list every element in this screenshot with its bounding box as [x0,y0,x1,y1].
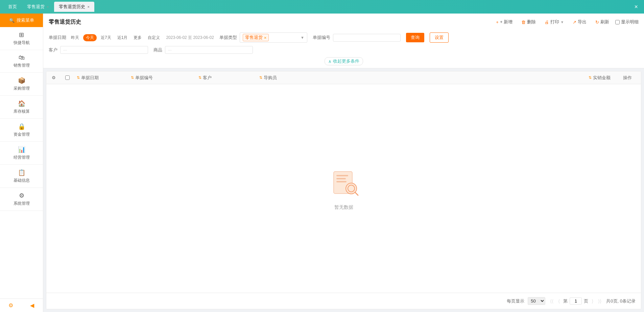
print-button[interactable]: 🖨 打印 ▼ [542,18,567,26]
empty-state-icon [327,166,361,200]
svg-line-6 [355,192,358,195]
page-header: 零售退货历史 + + 新增 🗑 删除 🖨 打印 ▼ [43,14,644,68]
goods-placeholder: ··· [168,47,172,52]
th-amount: ⇅ 实销金额 [570,72,614,84]
th-action: 操作 [614,72,641,84]
sidebar-item-finance-label: 资金管理 [14,132,30,137]
date-btn-1month[interactable]: 近1月 [115,34,130,41]
date-range-display: 2023-06-02 至 2023-06-02 [166,35,214,41]
inventory-icon: 🏠 [18,100,25,107]
filter-area: 单据日期 昨天 今天 近7天 近1月 更多 自定义 2023-06-02 至 2… [49,29,639,68]
refresh-icon: ↻ [595,20,599,25]
sidebar-item-finance[interactable]: 🔒 资金管理 [0,119,43,142]
date-btn-custom[interactable]: 自定义 [146,34,162,41]
finance-icon: 🔒 [18,123,25,130]
th-check[interactable] [61,73,73,83]
sidebar-item-operation-label: 经营管理 [14,155,30,160]
export-button[interactable]: ↗ 导出 [570,18,589,26]
th-guide-label: 导购员 [264,75,277,81]
page-nav: ⟨⟨ ⟨ 第 页 ⟩ ⟩⟩ [549,297,603,305]
settings-filter-button[interactable]: 设置 [430,32,449,43]
sidebar-search[interactable]: 🔍 搜索菜单 [0,14,43,27]
th-guide: ⇅ 导购员 [256,72,570,84]
sidebar-item-inventory[interactable]: 🏠 库存核算 [0,96,43,119]
date-btn-more[interactable]: 更多 [132,34,144,41]
tab-retail-return-history[interactable]: 零售退货历史 × [54,2,94,12]
th-amount-label: 实销金额 [593,75,611,81]
tab-retail-return-close[interactable]: × [47,5,49,9]
add-button[interactable]: + + 新增 [493,18,515,26]
tab-retail-return-label: 零售退货 [27,4,45,10]
sidebar-item-system-mgmt-label: 系统管理 [14,201,30,206]
customer-select[interactable]: ··· [60,46,148,54]
collapse-button[interactable]: ∧ 收起更多条件 [325,57,363,65]
sidebar-item-inventory-label: 库存核算 [14,109,30,114]
next-page-button[interactable]: ⟩ [590,298,595,305]
refresh-label: 刷新 [600,19,609,25]
window-close-button[interactable]: × [631,3,641,10]
refresh-button[interactable]: ↻ 刷新 [593,18,612,26]
svg-rect-2 [336,178,346,179]
page-title-row: 零售退货历史 + + 新增 🗑 删除 🖨 打印 ▼ [49,18,639,29]
date-btn-7days[interactable]: 近7天 [99,34,113,41]
page-number-input[interactable] [570,297,582,305]
sort-num-icon[interactable]: ⇅ [131,75,134,80]
sort-amount-icon[interactable]: ⇅ [589,75,592,80]
add-label: + 新增 [500,19,512,25]
goods-select[interactable]: ··· [165,46,253,54]
sidebar-item-operation[interactable]: 📊 经营管理 [0,142,43,165]
sidebar-item-system-mgmt[interactable]: ⚙ 系统管理 [0,188,43,211]
sidebar-item-basic-info-label: 基础信息 [14,178,30,183]
th-customer-label: 客户 [203,75,212,81]
date-btn-today[interactable]: 今天 [83,34,97,41]
filter-item-doc-type: 单据类型 零售退货 × ▼ [219,32,307,43]
display-detail-toggle[interactable]: 显示明细 [615,19,639,25]
doc-type-select[interactable]: 零售退货 × ▼ [240,32,307,43]
filter-row-2: 客户 ··· 商品 ··· [49,46,639,54]
sidebar-item-basic-info[interactable]: 📋 基础信息 [0,165,43,188]
export-label: 导出 [578,19,587,25]
select-all-checkbox[interactable] [65,75,70,80]
column-settings-icon[interactable]: ⚙ [52,75,56,80]
query-button[interactable]: 查询 [406,33,424,42]
collapse-label: 收起更多条件 [333,58,359,64]
tab-retail-return[interactable]: 零售退货 × [22,2,53,12]
th-date: ⇅ 单据日期 [73,72,127,84]
sidebar-collapse-button[interactable]: ◀ [22,299,43,312]
doc-num-input[interactable] [333,34,401,42]
current-page-label: 第 [563,298,568,304]
filter-item-doc-num: 单据编号 [313,34,401,42]
sort-customer-icon[interactable]: ⇅ [198,75,201,80]
doc-type-tag-remove[interactable]: × [264,35,267,40]
display-detail-checkbox[interactable] [615,20,620,24]
sidebar-item-sales-mgmt-label: 销售管理 [14,63,30,68]
table-header: ⚙ ⇅ 单据日期 ⇅ 单据编号 ⇅ 客户 ⇅ [46,71,641,84]
sidebar-item-purchase-mgmt-label: 采购管理 [14,86,30,91]
tab-retail-return-history-close[interactable]: × [87,5,89,9]
sort-guide-icon[interactable]: ⇅ [259,75,262,80]
prev-page-button[interactable]: ⟨ [557,298,561,305]
quick-nav-icon: ⊞ [19,31,24,39]
sidebar-item-sales-mgmt[interactable]: 🛍 销售管理 [0,50,43,73]
sidebar-settings-button[interactable]: ⚙ [0,299,22,312]
top-bar: 首页 零售退货 × 零售退货历史 × × [0,0,644,14]
th-date-label: 单据日期 [81,75,99,81]
customer-placeholder: ··· [63,47,67,52]
sidebar-item-purchase-mgmt[interactable]: 📦 采购管理 [0,73,43,96]
date-filter-label: 单据日期 [49,35,66,41]
pagination-bar: 每页显示 50 10 20 100 ⟨⟨ ⟨ 第 页 ⟩ ⟩⟩ 共0页, 0条记… [46,293,641,309]
sidebar-item-quick-nav[interactable]: ⊞ 快捷导航 [0,27,43,50]
page-size-select[interactable]: 50 10 20 100 [528,297,545,305]
th-settings[interactable]: ⚙ [46,72,61,83]
tab-retail-return-history-label: 零售退货历史 [59,4,85,10]
purchase-mgmt-icon: 📦 [18,77,25,84]
sort-date-icon[interactable]: ⇅ [77,75,80,80]
tab-home[interactable]: 首页 [3,2,22,12]
delete-button[interactable]: 🗑 删除 [519,18,539,26]
first-page-button[interactable]: ⟨⟨ [549,298,555,305]
display-detail-label: 显示明细 [621,19,639,25]
empty-state: 暂无数据 [46,84,641,293]
tab-list: 首页 零售退货 × 零售退货历史 × [3,2,631,12]
last-page-button[interactable]: ⟩⟩ [597,298,603,305]
date-btn-yesterday[interactable]: 昨天 [69,34,81,41]
